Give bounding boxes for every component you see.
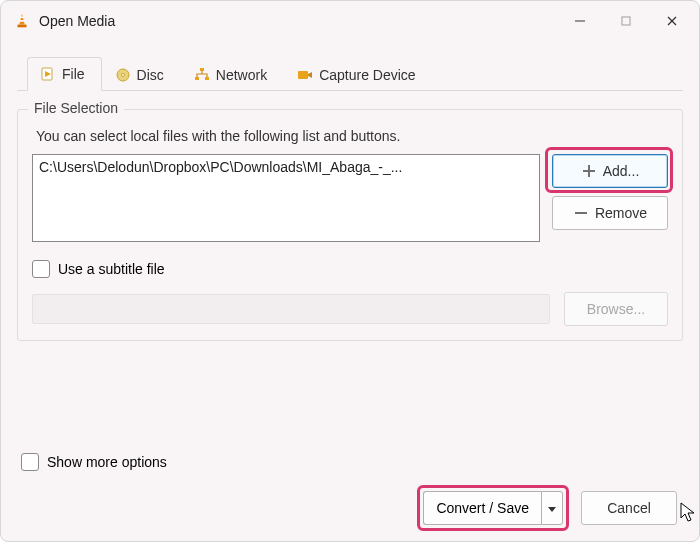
svg-marker-15: [308, 72, 312, 78]
bottom-area: Show more options Convert / Save: [17, 443, 683, 541]
convert-save-dropdown[interactable]: [541, 491, 563, 525]
tab-capture[interactable]: Capture Device: [284, 58, 433, 91]
subtitle-checkbox[interactable]: [32, 260, 50, 278]
minus-icon: [573, 205, 589, 221]
file-selection-legend: File Selection: [28, 100, 124, 116]
subtitle-checkbox-label: Use a subtitle file: [58, 261, 165, 277]
file-icon: [40, 66, 56, 82]
capture-device-icon: [297, 67, 313, 83]
svg-rect-13: [205, 77, 209, 80]
svg-rect-12: [195, 77, 199, 80]
file-selection-help: You can select local files with the foll…: [36, 128, 668, 144]
titlebar: Open Media: [1, 1, 699, 41]
subtitle-path-field: [32, 294, 550, 324]
svg-rect-17: [583, 170, 595, 172]
vlc-cone-icon: [13, 12, 31, 30]
svg-marker-19: [548, 507, 556, 512]
disc-icon: [115, 67, 131, 83]
tab-disc-label: Disc: [137, 67, 164, 83]
file-list[interactable]: C:\Users\Delodun\Dropbox\PC\Downloads\MI…: [32, 154, 540, 242]
window-title: Open Media: [39, 13, 115, 29]
tabbar: File Disc Network Capture Device: [17, 51, 683, 91]
tab-file[interactable]: File: [27, 57, 102, 91]
svg-rect-4: [622, 17, 630, 25]
svg-rect-1: [20, 17, 23, 18]
content-area: File Disc Network Capture Device: [1, 41, 699, 541]
plus-icon: [581, 163, 597, 179]
file-selection-group: File Selection You can select local file…: [17, 109, 683, 341]
more-options-checkbox[interactable]: [21, 453, 39, 471]
more-options-label: Show more options: [47, 454, 167, 470]
file-list-item[interactable]: C:\Users\Delodun\Dropbox\PC\Downloads\MI…: [39, 159, 402, 175]
svg-rect-2: [20, 20, 25, 22]
convert-save-label: Convert / Save: [436, 500, 529, 516]
tab-network-label: Network: [216, 67, 267, 83]
maximize-button[interactable]: [603, 3, 649, 39]
browse-button: Browse...: [564, 292, 668, 326]
browse-button-label: Browse...: [587, 301, 645, 317]
convert-save-button[interactable]: Convert / Save: [423, 491, 563, 525]
add-button-label: Add...: [603, 163, 640, 179]
svg-rect-11: [200, 68, 204, 71]
tab-file-label: File: [62, 66, 85, 82]
close-button[interactable]: [649, 3, 695, 39]
network-icon: [194, 67, 210, 83]
tab-disc[interactable]: Disc: [102, 58, 181, 91]
svg-rect-14: [298, 71, 308, 79]
svg-rect-18: [575, 212, 587, 214]
minimize-button[interactable]: [557, 3, 603, 39]
remove-button[interactable]: Remove: [552, 196, 668, 230]
tab-network[interactable]: Network: [181, 58, 284, 91]
tab-capture-label: Capture Device: [319, 67, 416, 83]
svg-rect-0: [18, 25, 27, 28]
remove-button-label: Remove: [595, 205, 647, 221]
svg-point-10: [121, 74, 124, 77]
cancel-button-label: Cancel: [607, 500, 651, 516]
chevron-down-icon: [548, 500, 556, 516]
open-media-window: Open Media File Disc: [0, 0, 700, 542]
add-button[interactable]: Add...: [552, 154, 668, 188]
cancel-button[interactable]: Cancel: [581, 491, 677, 525]
